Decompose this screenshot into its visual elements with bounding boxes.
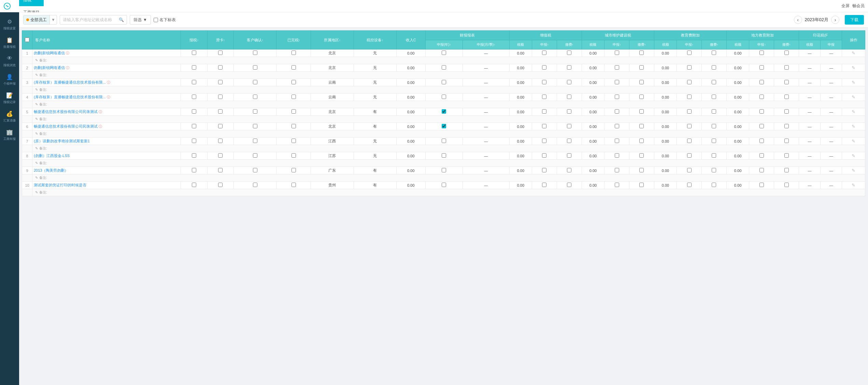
client-name[interactable]: (库存核算）直播畅捷通信息技术股份有限... ⓘ: [32, 79, 181, 86]
local-declare-checkbox[interactable]: [759, 80, 764, 84]
sidebar-item-1[interactable]: 📋批量报税: [0, 33, 19, 52]
edu-fee[interactable]: [702, 108, 727, 116]
city-declare-checkbox[interactable]: [615, 80, 619, 84]
slide-cell[interactable]: [207, 167, 233, 174]
select-all-checkbox[interactable]: [25, 38, 29, 42]
annual-cell[interactable]: [425, 108, 463, 116]
city-fee-checkbox[interactable]: [639, 124, 644, 128]
sidebar-item-5[interactable]: 💰汇算清缴: [0, 107, 19, 126]
slide-checkbox[interactable]: [218, 168, 223, 172]
vat-fee-checkbox[interactable]: [567, 168, 571, 172]
edit-icon[interactable]: ✎: [852, 65, 855, 70]
tax-checkbox[interactable]: [192, 109, 196, 114]
edu-declare[interactable]: [677, 94, 702, 101]
slide-checkbox[interactable]: [218, 51, 223, 55]
vat-fee-checkbox[interactable]: [567, 95, 571, 99]
vat-fee[interactable]: [557, 123, 582, 130]
city-fee[interactable]: [629, 64, 654, 72]
tax-cell[interactable]: [181, 152, 207, 160]
paid-checkbox[interactable]: [291, 95, 296, 99]
city-fee-checkbox[interactable]: [639, 168, 644, 172]
tax-checkbox[interactable]: [192, 65, 196, 70]
edu-fee-checkbox[interactable]: [712, 183, 716, 187]
city-declare-checkbox[interactable]: [615, 124, 619, 128]
filter-button[interactable]: 筛选 ▼: [130, 15, 151, 25]
tax-checkbox[interactable]: [192, 139, 196, 143]
city-fee-checkbox[interactable]: [639, 65, 644, 70]
city-declare[interactable]: [604, 123, 629, 130]
city-fee[interactable]: [629, 49, 654, 57]
edit-cell[interactable]: ✎: [842, 152, 865, 160]
local-declare-checkbox[interactable]: [759, 51, 764, 55]
confirm-checkbox[interactable]: [253, 153, 257, 158]
city-fee[interactable]: [629, 182, 654, 189]
annual-cell[interactable]: [425, 94, 463, 101]
confirm-checkbox[interactable]: [253, 80, 257, 84]
annual-cell[interactable]: [425, 167, 463, 174]
client-name[interactable]: 勿删|新锐网络通信 ⓘ: [32, 64, 181, 72]
local-fee-checkbox[interactable]: [784, 183, 789, 187]
paid-cell[interactable]: [276, 138, 311, 145]
local-fee[interactable]: [774, 138, 799, 145]
edu-declare-checkbox[interactable]: [687, 95, 692, 99]
city-declare[interactable]: [604, 138, 629, 145]
city-declare-checkbox[interactable]: [615, 95, 619, 99]
vat-declare[interactable]: [532, 94, 557, 101]
edu-fee[interactable]: [702, 94, 727, 101]
tax-cell[interactable]: [181, 64, 207, 72]
edu-fee-checkbox[interactable]: [712, 95, 716, 99]
city-declare[interactable]: [604, 152, 629, 160]
client-name[interactable]: 畅捷通信息技术股份有限公司民珠测试 ⓘ: [32, 123, 181, 130]
client-name[interactable]: 测试斯套的凭证打印的时候是否: [32, 182, 181, 189]
confirm-checkbox[interactable]: [253, 168, 257, 172]
city-fee-checkbox[interactable]: [639, 51, 644, 55]
vat-declare[interactable]: [532, 152, 557, 160]
edu-declare[interactable]: [677, 152, 702, 160]
tax-cell[interactable]: [181, 138, 207, 145]
annual-checkbox[interactable]: [442, 51, 446, 55]
edu-declare-checkbox[interactable]: [687, 65, 692, 70]
fullscreen-btn[interactable]: 全屏: [841, 3, 850, 9]
paid-checkbox[interactable]: [291, 139, 296, 143]
paid-checkbox[interactable]: [291, 124, 296, 128]
city-fee[interactable]: [629, 152, 654, 160]
edit-icon[interactable]: ✎: [852, 95, 855, 100]
city-declare-checkbox[interactable]: [615, 109, 619, 114]
local-fee-checkbox[interactable]: [784, 95, 789, 99]
local-declare-checkbox[interactable]: [759, 183, 764, 187]
paid-checkbox[interactable]: [291, 65, 296, 70]
vat-fee[interactable]: [557, 167, 582, 174]
vat-fee[interactable]: [557, 79, 582, 86]
edit-cell[interactable]: ✎: [842, 138, 865, 145]
paid-checkbox[interactable]: [291, 153, 296, 158]
city-declare[interactable]: [604, 182, 629, 189]
local-fee[interactable]: [774, 108, 799, 116]
edit-cell[interactable]: ✎: [842, 182, 865, 189]
vat-fee-checkbox[interactable]: [567, 65, 571, 70]
tax-cell[interactable]: [181, 182, 207, 189]
edit-icon[interactable]: ✎: [852, 124, 855, 129]
city-declare-checkbox[interactable]: [615, 139, 619, 143]
vat-fee-checkbox[interactable]: [567, 109, 571, 114]
vat-fee-checkbox[interactable]: [567, 183, 571, 187]
local-declare[interactable]: [749, 123, 774, 130]
paid-checkbox[interactable]: [291, 51, 296, 55]
confirm-cell[interactable]: [233, 49, 276, 57]
city-fee[interactable]: [629, 138, 654, 145]
local-declare-checkbox[interactable]: [759, 65, 764, 70]
slide-cell[interactable]: [207, 64, 233, 72]
vat-fee-checkbox[interactable]: [567, 51, 571, 55]
slide-checkbox[interactable]: [218, 80, 223, 84]
local-declare-checkbox[interactable]: [759, 168, 764, 172]
edu-declare-checkbox[interactable]: [687, 183, 692, 187]
local-fee[interactable]: [774, 94, 799, 101]
client-name[interactable]: (库存核算）直播畅捷通信息技术股份有限... ⓘ: [32, 94, 181, 101]
local-fee[interactable]: [774, 123, 799, 130]
vat-declare[interactable]: [532, 123, 557, 130]
city-fee[interactable]: [629, 108, 654, 116]
confirm-cell[interactable]: [233, 138, 276, 145]
edu-fee[interactable]: [702, 152, 727, 160]
slide-checkbox[interactable]: [218, 139, 223, 143]
edu-fee-checkbox[interactable]: [712, 65, 716, 70]
employee-filter[interactable]: 全部员工 ▼: [23, 15, 57, 25]
